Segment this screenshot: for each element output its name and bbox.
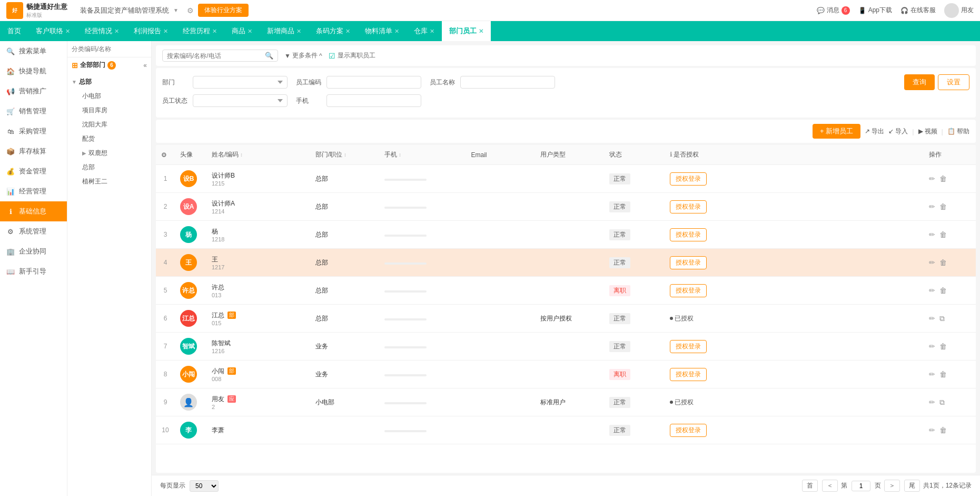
tab-barcode[interactable]: 条码方案 ✕ [309, 21, 358, 41]
next-page-btn[interactable]: ＞ [884, 480, 900, 492]
tab-close-add-goods[interactable]: ✕ [296, 28, 301, 35]
sidebar-item-nav[interactable]: 🏠 快捷导航 [0, 61, 67, 81]
dept-item-shenyang[interactable]: 沈阳大库 [74, 118, 151, 132]
delete-icon[interactable]: 🗑 [939, 342, 947, 351]
tab-department[interactable]: 部门员工 ✕ [442, 21, 491, 41]
sidebar-item-system[interactable]: ⚙ 系统管理 [0, 221, 67, 241]
tab-close-warehouse[interactable]: ✕ [430, 28, 434, 35]
code-filter-input[interactable] [326, 76, 421, 89]
delete-icon[interactable]: 🗑 [939, 426, 947, 434]
auth-btn[interactable]: 授权登录 [670, 228, 707, 241]
tab-close-customer[interactable]: ✕ [65, 28, 70, 35]
tab-warehouse[interactable]: 仓库 ✕ [407, 21, 442, 41]
auth-btn[interactable]: 授权登录 [670, 340, 707, 353]
dept-item-shuanglu[interactable]: ▶双鹿想 [74, 146, 151, 160]
sidebar-item-search[interactable]: 🔍 搜索菜单 [0, 41, 67, 61]
exp-btn[interactable]: 体验行业方案 [198, 4, 249, 17]
edit-icon[interactable]: ✏ [929, 398, 935, 406]
delete-icon[interactable]: 🗑 [939, 370, 947, 378]
tab-close-department[interactable]: ✕ [479, 28, 483, 35]
tab-customer[interactable]: 客户联络 ✕ [28, 21, 77, 41]
sidebar-item-finance[interactable]: 💰 资金管理 [0, 161, 67, 181]
tab-close-goods[interactable]: ✕ [248, 28, 252, 35]
tab-operation[interactable]: 经营情况 ✕ [77, 21, 126, 41]
dept-item-zhishu[interactable]: 植树王二 [74, 174, 151, 189]
tab-home[interactable]: 首页 [0, 21, 28, 41]
import-button[interactable]: ↙ 导入 [888, 127, 908, 136]
export-button[interactable]: ↗ 导出 [865, 127, 884, 136]
sidebar-item-guide[interactable]: 📖 新手引导 [0, 261, 67, 281]
copy-icon[interactable]: ⧉ [939, 314, 945, 323]
page-num-input[interactable] [852, 481, 870, 491]
dept-item-zongbu[interactable]: 总部 [74, 160, 151, 174]
auth-btn[interactable]: 授权登录 [670, 200, 707, 213]
dept-group-general[interactable]: ▼总部 [67, 75, 151, 89]
auth-info-icon[interactable]: ℹ [670, 151, 672, 158]
delete-icon[interactable]: 🗑 [939, 174, 947, 183]
edit-icon[interactable]: ✏ [929, 230, 935, 239]
user-action[interactable]: 用友 [944, 3, 974, 18]
prev-page-btn[interactable]: ＜ [822, 480, 838, 492]
tab-close-bom[interactable]: ✕ [394, 28, 399, 35]
tab-profit[interactable]: 利润报告 ✕ [126, 21, 175, 41]
settings-icon[interactable]: ⚙ [187, 6, 194, 15]
dept-item-project[interactable]: 项目库房 [74, 103, 151, 118]
help-button[interactable]: 📋 帮助 [947, 127, 969, 136]
dept-filter-select[interactable] [193, 76, 288, 89]
auth-btn[interactable]: 授权登录 [670, 256, 707, 269]
tab-history[interactable]: 经营历程 ✕ [175, 21, 224, 41]
delete-icon[interactable]: 🗑 [939, 230, 947, 239]
sidebar-item-basic[interactable]: ℹ 基础信息 [0, 201, 67, 221]
view-button[interactable]: ▶ 视频 [918, 127, 937, 136]
edit-icon[interactable]: ✏ [929, 370, 935, 378]
auth-btn[interactable]: 授权登录 [670, 368, 707, 381]
sidebar-item-business[interactable]: 📊 经营管理 [0, 181, 67, 201]
status-filter-select[interactable] [193, 94, 288, 107]
sidebar-item-inventory[interactable]: 📦 库存核算 [0, 141, 67, 161]
per-page-select[interactable]: 50 20 100 [190, 480, 219, 492]
copy-icon[interactable]: ⧉ [939, 398, 945, 407]
edit-icon[interactable]: ✏ [929, 342, 935, 351]
set-btn[interactable]: 设置 [938, 74, 969, 90]
name-filter-input[interactable] [460, 76, 555, 89]
sidebar-item-purchase[interactable]: 🛍 采购管理 [0, 121, 67, 141]
sidebar-item-sales[interactable]: 🛒 销售管理 [0, 101, 67, 121]
edit-icon[interactable]: ✏ [929, 314, 935, 323]
th-settings[interactable]: ⚙ [156, 145, 175, 165]
query-btn[interactable]: 查询 [904, 74, 935, 90]
search-submit-icon[interactable]: 🔍 [265, 52, 273, 60]
edit-icon[interactable]: ✏ [929, 174, 935, 183]
th-name[interactable]: 姓名/编码 [206, 145, 310, 165]
edit-icon[interactable]: ✏ [929, 258, 935, 267]
system-dropdown-arrow[interactable]: ▼ [173, 7, 179, 13]
delete-icon[interactable]: 🗑 [939, 258, 947, 267]
delete-icon[interactable]: 🗑 [939, 202, 947, 211]
edit-icon[interactable]: ✏ [929, 202, 935, 211]
sidebar-item-collab[interactable]: 🏢 企业协同 [0, 241, 67, 261]
dept-search-input[interactable] [72, 45, 151, 53]
tab-goods[interactable]: 商品 ✕ [224, 21, 260, 41]
auth-btn[interactable]: 授权登录 [670, 172, 707, 186]
more-filters-btn[interactable]: ▼ 更多条件 ^ [284, 51, 322, 60]
last-page-btn[interactable]: 尾 [904, 480, 920, 492]
tab-close-profit[interactable]: ✕ [163, 28, 168, 35]
phone-filter-input[interactable] [326, 94, 421, 107]
edit-icon[interactable]: ✏ [929, 286, 935, 295]
tab-close-operation[interactable]: ✕ [114, 28, 119, 35]
auth-btn[interactable]: 授权登录 [670, 284, 707, 297]
dept-item-xiaodian[interactable]: 小电部 [74, 89, 151, 103]
online-service-action[interactable]: 🎧 在线客服 [900, 6, 936, 15]
search-input[interactable] [167, 52, 262, 60]
tab-add-goods[interactable]: 新增商品 ✕ [260, 21, 309, 41]
app-download-action[interactable]: 📱 App下载 [858, 6, 892, 15]
dept-item-peihuo[interactable]: 配货 [74, 132, 151, 146]
add-employee-button[interactable]: + 新增员工 [813, 124, 860, 139]
tab-bom[interactable]: 物料清单 ✕ [358, 21, 407, 41]
all-dept-label[interactable]: 全部部门 [80, 61, 105, 70]
tab-close-barcode[interactable]: ✕ [345, 28, 350, 35]
show-inactive-toggle[interactable]: ☑ 显示离职员工 [329, 51, 375, 60]
messages-action[interactable]: 💬 消息 6 [817, 6, 850, 15]
delete-icon[interactable]: 🗑 [939, 286, 947, 295]
sidebar-item-marketing[interactable]: 📢 营销推广 [0, 81, 67, 101]
auth-btn[interactable]: 授权登录 [670, 424, 707, 437]
